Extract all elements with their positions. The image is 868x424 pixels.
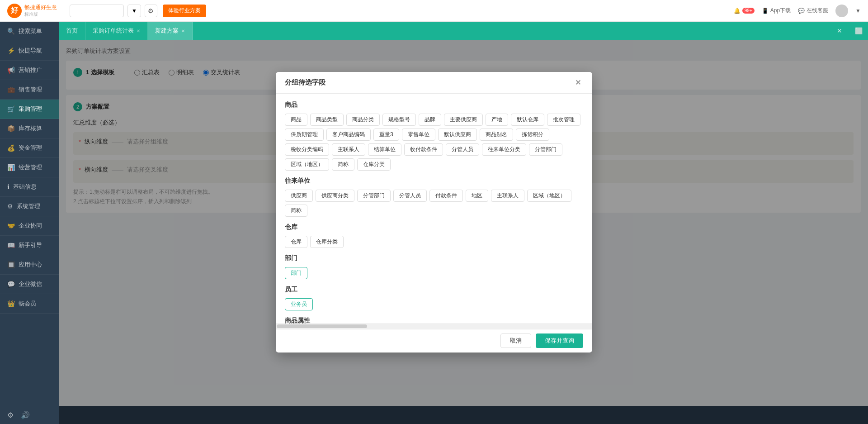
field-spec-model[interactable]: 规格型号 [382, 114, 416, 126]
field-supervisor[interactable]: 分管人员 [446, 143, 479, 156]
notification-badge: 99+ [742, 8, 755, 14]
field-product[interactable]: 商品 [285, 114, 307, 126]
sidebar-item-inventory[interactable]: 📦 库存核算 [0, 119, 59, 138]
management-icon: 📊 [7, 164, 15, 171]
field-warehouse-category[interactable]: 仓库分类 [357, 158, 391, 171]
staff-fields: 业务员 [285, 298, 583, 310]
tab-new-plan[interactable]: 新建方案 ✕ [148, 22, 193, 40]
field-payment-condition[interactable]: 付款条件 [429, 190, 463, 202]
field-quality-mgmt[interactable]: 保质期管理 [285, 129, 324, 141]
bottom-settings-icon[interactable]: ⚙ [7, 411, 14, 419]
field-brand[interactable]: 品牌 [419, 114, 441, 126]
field-batch-mgmt[interactable]: 批次管理 [547, 114, 580, 126]
user-avatar[interactable] [835, 5, 848, 17]
top-right-area: 🔔 99+ 📱 App下载 💬 在线客服 ▼ [734, 5, 861, 17]
sidebar-item-quick-nav[interactable]: ⚡ 快捷导航 [0, 41, 59, 61]
field-partner-short-name[interactable]: 简称 [285, 205, 307, 217]
settings-button[interactable]: ⚙ [145, 5, 157, 17]
tab-home[interactable]: 首页 [59, 22, 85, 40]
field-salesperson[interactable]: 业务员 [285, 298, 313, 310]
logo-icon: 好 [7, 4, 22, 18]
tab-close-purchase[interactable]: ✕ [137, 29, 140, 33]
sidebar-item-system[interactable]: ⚙ 系统管理 [0, 197, 59, 216]
guide-icon: 📖 [7, 242, 15, 249]
search-button[interactable]: ▼ [127, 5, 141, 17]
user-menu[interactable]: ▼ [855, 8, 861, 14]
save-button[interactable]: 保存并查询 [536, 333, 583, 348]
online-service[interactable]: 💬 在线客服 [798, 7, 828, 14]
cancel-button[interactable]: 取消 [500, 333, 531, 348]
sidebar-item-basic-info[interactable]: ℹ 基础信息 [0, 177, 59, 197]
field-customer-code[interactable]: 客户商品编码 [326, 129, 371, 141]
field-warehouse[interactable]: 仓库 [285, 236, 307, 248]
field-origin[interactable]: 产地 [486, 114, 508, 126]
sidebar-item-sales[interactable]: 💼 销售管理 [0, 80, 59, 100]
top-bar: 好 畅捷通好生意 标准版 ▼ ⚙ 体验行业方案 🔔 99+ 📱 App下载 💬 … [0, 0, 868, 22]
field-partner-category[interactable]: 往来单位分类 [482, 143, 526, 156]
tab-close-new-plan[interactable]: ✕ [181, 29, 185, 33]
app-download[interactable]: 📱 App下载 [762, 7, 791, 14]
field-short-name[interactable]: 简称 [332, 158, 354, 171]
tab-bar: 首页 采购订单统计表 ✕ 新建方案 ✕ ✕ ⬜ [59, 22, 868, 40]
sidebar-item-finance[interactable]: 💰 资金管理 [0, 138, 59, 158]
dialog-close-button[interactable]: ✕ [572, 77, 583, 88]
field-area[interactable]: 地区 [466, 190, 488, 202]
bottom-audio-icon[interactable]: 🔊 [21, 411, 30, 419]
field-tax-code[interactable]: 税收分类编码 [285, 143, 329, 156]
field-main-supplier[interactable]: 主要供应商 [444, 114, 483, 126]
sidebar-item-management[interactable]: 📊 经营管理 [0, 158, 59, 177]
sidebar-item-purchase[interactable]: 🛒 采购管理 [0, 100, 59, 119]
sidebar-item-search[interactable]: 🔍 搜索菜单 [0, 22, 59, 41]
notification-bell[interactable]: 🔔 99+ [734, 8, 755, 14]
top-search-area: ▼ ⚙ 体验行业方案 [70, 5, 206, 17]
system-icon: ⚙ [7, 203, 13, 210]
section-title-warehouse: 仓库 [285, 223, 583, 231]
sidebar-item-marketing[interactable]: 📢 营销推广 [0, 61, 59, 80]
field-product-type[interactable]: 商品类型 [310, 114, 344, 126]
wechat-icon: 💬 [7, 281, 15, 288]
tab-purchase-stat[interactable]: 采购订单统计表 ✕ [85, 22, 148, 40]
field-product-alias[interactable]: 商品别名 [480, 129, 513, 141]
warehouse-fields: 仓库 仓库分类 [285, 236, 583, 248]
tab-maximize[interactable]: ⬜ [849, 27, 868, 34]
sidebar-item-member[interactable]: 👑 畅会员 [0, 294, 59, 314]
field-payment-terms[interactable]: 收付款条件 [404, 143, 443, 156]
dialog-body[interactable]: 商品 商品 商品类型 商品分类 规格型号 品牌 主要供应商 产地 默认仓库 批次… [276, 94, 592, 324]
field-main-contact[interactable]: 主联系人 [332, 143, 365, 156]
sidebar-item-collab[interactable]: 🤝 企业协同 [0, 216, 59, 236]
field-retail-unit[interactable]: 零售单位 [402, 129, 435, 141]
inventory-icon: 📦 [7, 125, 15, 132]
field-pick-points[interactable]: 拣货积分 [516, 129, 549, 141]
quick-nav-icon: ⚡ [7, 47, 15, 54]
field-default-supplier[interactable]: 默认供应商 [438, 129, 477, 141]
field-department[interactable]: 部门 [285, 267, 307, 279]
section-title-product: 商品 [285, 101, 583, 109]
search-icon: 🔍 [7, 28, 15, 35]
section-title-dept: 部门 [285, 254, 583, 262]
field-dept[interactable]: 分管部门 [529, 143, 562, 156]
member-icon: 👑 [7, 300, 15, 307]
dialog-title: 分组待选字段 [285, 78, 326, 87]
trial-button[interactable]: 体验行业方案 [163, 5, 206, 17]
field-supplier[interactable]: 供应商 [285, 190, 313, 202]
field-partner-region[interactable]: 区域（地区） [527, 190, 571, 202]
sidebar-item-apps[interactable]: 🔲 应用中心 [0, 255, 59, 275]
dialog-header: 分组待选字段 ✕ [276, 72, 592, 94]
field-partner-dept[interactable]: 分管部门 [357, 190, 391, 202]
field-settlement-unit[interactable]: 结算单位 [368, 143, 401, 156]
field-default-warehouse[interactable]: 默认仓库 [511, 114, 544, 126]
field-weight[interactable]: 重量3 [373, 129, 399, 141]
tab-minimize[interactable]: ✕ [831, 27, 848, 34]
field-wh-category[interactable]: 仓库分类 [310, 236, 344, 248]
field-region[interactable]: 区域（地区） [285, 158, 329, 171]
field-partner-supervisor[interactable]: 分管人员 [393, 190, 427, 202]
finance-icon: 💰 [7, 144, 15, 152]
dialog-horizontal-scrollbar[interactable] [276, 324, 592, 329]
field-partner-main-contact[interactable]: 主联系人 [491, 190, 524, 202]
h-scroll-thumb[interactable] [277, 324, 367, 328]
field-supplier-category[interactable]: 供应商分类 [316, 190, 354, 202]
sidebar-item-guide[interactable]: 📖 新手引导 [0, 236, 59, 255]
search-input[interactable] [70, 5, 124, 17]
sidebar-item-wechat[interactable]: 💬 企业微信 [0, 275, 59, 294]
field-product-category[interactable]: 商品分类 [346, 114, 380, 126]
